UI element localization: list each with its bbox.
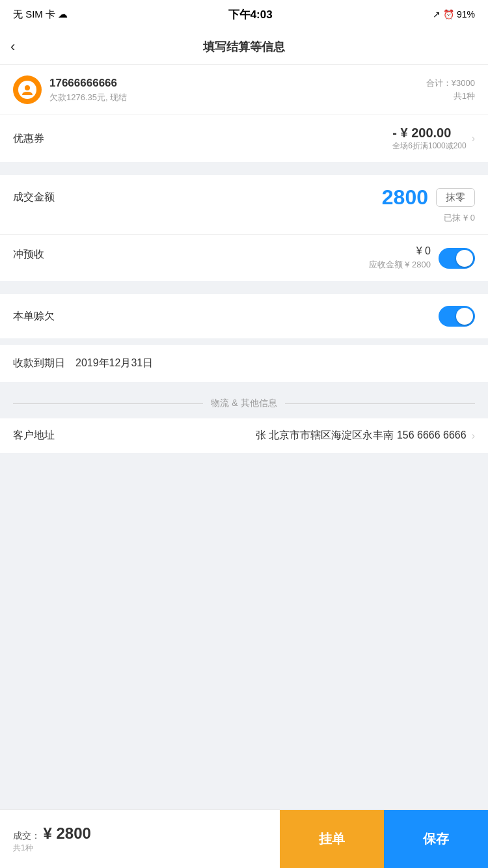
bottom-count: 共1种 bbox=[13, 843, 267, 854]
customer-info: 17666666666 欠款1276.35元, 现结 bbox=[49, 77, 127, 103]
status-right: ↗ ⏰ 91% bbox=[433, 9, 475, 20]
coupon-row[interactable]: 优惠券 - ¥ 200.00 全场6折满1000减200 › bbox=[0, 115, 488, 162]
coupon-discount: - ¥ 200.00 bbox=[392, 126, 466, 141]
status-time: 下午4:03 bbox=[228, 7, 273, 22]
round-button[interactable]: 抹零 bbox=[436, 188, 475, 207]
due-section: 收款到期日 2019年12月31日 bbox=[0, 345, 488, 382]
prepay-toggle[interactable] bbox=[439, 248, 475, 269]
address-chevron-icon: › bbox=[472, 430, 475, 442]
nav-bar: ‹ 填写结算等信息 bbox=[0, 29, 488, 65]
prepay-section: 冲预收 ¥ 0 应收金额 ¥ 2800 bbox=[0, 234, 488, 281]
status-icons: ↗ ⏰ 91% bbox=[433, 9, 475, 20]
divider-line-left bbox=[13, 403, 203, 404]
debit-label: 本单赊欠 bbox=[13, 310, 55, 323]
divider-line-right bbox=[285, 403, 475, 404]
amount-row: 成交金额 2800 抹零 bbox=[13, 185, 475, 210]
address-section[interactable]: 客户地址 张 北京市市辖区海淀区永丰南 156 6666 6666 › bbox=[0, 418, 488, 453]
gray-divider-2 bbox=[0, 288, 488, 294]
bottom-deal-label: 成交： bbox=[13, 830, 40, 841]
bottom-bar: 成交： ¥ 2800 共1种 挂单 保存 bbox=[0, 809, 488, 868]
total-label: 合计：¥3000 bbox=[426, 77, 475, 89]
customer-debt: 欠款1276.35元, 现结 bbox=[49, 92, 127, 103]
prepay-values: ¥ 0 应收金额 ¥ 2800 bbox=[369, 245, 431, 271]
customer-phone: 17666666666 bbox=[49, 77, 127, 90]
customer-right: 合计：¥3000 共1种 bbox=[426, 77, 475, 102]
prepay-sub: 应收金额 ¥ 2800 bbox=[369, 259, 431, 271]
page-title: 填写结算等信息 bbox=[203, 39, 285, 55]
due-value: 2019年12月31日 bbox=[75, 357, 153, 370]
status-bar: 无 SIM 卡 ☁ 下午4:03 ↗ ⏰ 91% bbox=[0, 0, 488, 29]
avatar-inner bbox=[18, 81, 36, 99]
customer-row: 17666666666 欠款1276.35元, 现结 合计：¥3000 共1种 bbox=[0, 65, 488, 115]
prepay-right: ¥ 0 应收金额 ¥ 2800 bbox=[369, 245, 475, 271]
address-value: 张 北京市市辖区海淀区永丰南 156 6666 6666 bbox=[256, 429, 467, 442]
amount-label: 成交金额 bbox=[13, 191, 55, 204]
user-icon bbox=[21, 83, 34, 96]
due-label: 收款到期日 bbox=[13, 357, 65, 370]
address-label: 客户地址 bbox=[13, 429, 55, 442]
prepay-row: 冲预收 ¥ 0 应收金额 ¥ 2800 bbox=[13, 245, 475, 271]
amount-value: 2800 bbox=[382, 185, 428, 210]
deal-amount-section: 成交金额 2800 抹零 已抹 ¥ 0 冲预收 ¥ 0 应收金额 ¥ 2800 bbox=[0, 175, 488, 281]
bottom-left: 成交： ¥ 2800 共1种 bbox=[0, 824, 280, 854]
chevron-right-icon: › bbox=[472, 133, 475, 144]
save-button[interactable]: 保存 bbox=[384, 810, 488, 869]
debit-toggle[interactable] bbox=[439, 306, 475, 327]
prepay-label: 冲预收 bbox=[13, 245, 44, 262]
hang-button[interactable]: 挂单 bbox=[280, 810, 384, 869]
amount-right: 2800 抹零 bbox=[382, 185, 475, 210]
extra-gray-area bbox=[0, 453, 488, 531]
sim-text: 无 SIM 卡 ☁ bbox=[13, 8, 68, 21]
debit-section: 本单赊欠 bbox=[0, 294, 488, 338]
due-row: 收款到期日 2019年12月31日 bbox=[13, 357, 475, 370]
back-button[interactable]: ‹ bbox=[10, 38, 15, 55]
svg-point-0 bbox=[25, 85, 30, 90]
avatar bbox=[13, 75, 42, 104]
amount-section: 成交金额 2800 抹零 已抹 ¥ 0 bbox=[0, 175, 488, 234]
bottom-deal-amount: ¥ 2800 bbox=[43, 824, 90, 842]
logistics-label: 物流 & 其他信息 bbox=[211, 398, 277, 409]
status-left: 无 SIM 卡 ☁ bbox=[13, 8, 68, 21]
coupon-detail: 全场6折满1000减200 bbox=[392, 141, 466, 152]
gray-divider-1 bbox=[0, 169, 488, 175]
address-right: 张 北京市市辖区海淀区永丰南 156 6666 6666 › bbox=[65, 429, 475, 442]
content-area: 17666666666 欠款1276.35元, 现结 合计：¥3000 共1种 … bbox=[0, 65, 488, 590]
prepay-amount: ¥ 0 bbox=[369, 245, 431, 257]
total-count: 共1种 bbox=[426, 90, 475, 102]
customer-section: 17666666666 欠款1276.35元, 现结 合计：¥3000 共1种 … bbox=[0, 65, 488, 162]
amount-sub: 已抹 ¥ 0 bbox=[13, 212, 475, 224]
customer-left: 17666666666 欠款1276.35元, 现结 bbox=[13, 75, 127, 104]
coupon-label: 优惠券 bbox=[13, 132, 44, 146]
coupon-right: - ¥ 200.00 全场6折满1000减200 › bbox=[392, 126, 475, 152]
logistics-divider: 物流 & 其他信息 bbox=[0, 388, 488, 418]
